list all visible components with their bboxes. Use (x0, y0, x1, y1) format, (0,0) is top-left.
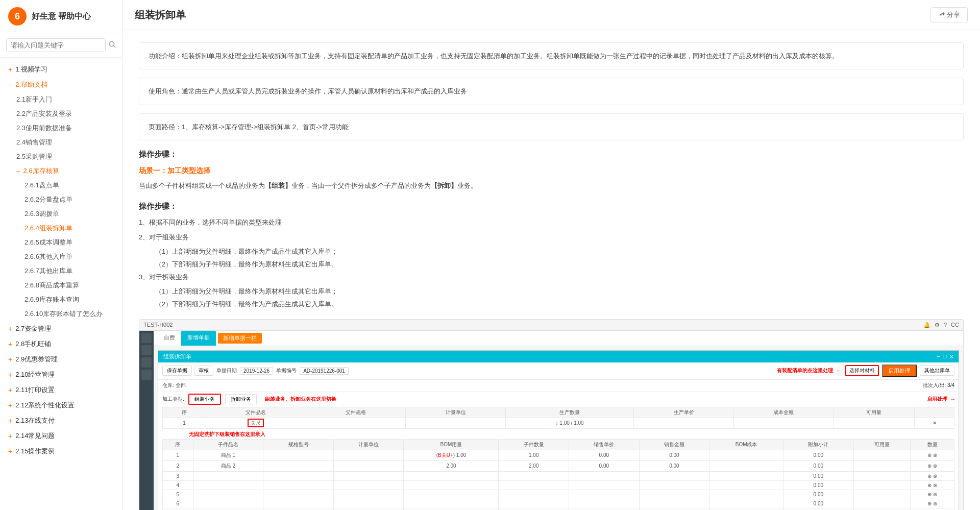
sidebar-item-label: 2.10经营管理 (15, 370, 55, 379)
sidebar-item-other-in[interactable]: 2.6.6其他入库单 (20, 250, 122, 264)
sc-other-btn[interactable]: 其他出库单 (920, 366, 954, 376)
sidebar-item-install[interactable]: 2.2产品安装及登录 (12, 107, 122, 121)
sidebar-item-sales[interactable]: 2.4销售管理 (12, 135, 122, 150)
expand-icon: + (8, 340, 12, 348)
cth-bom-qty: BOM用量 (404, 439, 499, 450)
sc-tab-home[interactable]: 自费 (158, 331, 181, 346)
table-row: 2 商品 2 2.00 2.00 0.00 (163, 460, 954, 471)
td-row-action[interactable]: ✕ (915, 418, 954, 428)
search-button[interactable] (109, 41, 116, 50)
sidebar-item-payment[interactable]: + 2.13在线支付 (0, 413, 122, 428)
sidebar-item-inventory[interactable]: − 2.6库存核算 (12, 164, 122, 178)
table-row: 6 (163, 499, 954, 508)
sc-tab-new[interactable]: 新增单据 (181, 331, 216, 346)
sidebar-item-other-out[interactable]: 2.6.7其他出库单 (20, 264, 122, 278)
sc-select-materials-label: 选择对材料 (849, 368, 875, 373)
sidebar-item-purchase[interactable]: 2.5采购管理 (12, 150, 122, 164)
arrow-bom: ← (836, 367, 842, 374)
sc-close[interactable]: × (949, 353, 953, 360)
sidebar-item-inventory-ledger[interactable]: 2.6.9库存账本查询 (20, 293, 122, 307)
sidebar-item-ops[interactable]: + 2.10经营管理 (0, 367, 122, 382)
sidebar-item-ledger-error[interactable]: 2.6.10库存账本错了怎么办 (20, 307, 122, 321)
search-area (0, 33, 122, 58)
sc-sub-info: 仓库: 全部 批次入/出: 3/4 (158, 380, 959, 392)
sc-type-disassembly[interactable]: 拆卸业务 (225, 394, 257, 404)
sidebar-item-transfer[interactable]: 2.6.3调拨单 (20, 207, 122, 221)
sidebar-item-stocktake[interactable]: 2.6.1盘点单 (20, 178, 122, 192)
search-input[interactable] (6, 38, 106, 52)
sidebar-item-coupon[interactable]: + 2.9优惠券管理 (0, 352, 122, 367)
sc-type-assembly[interactable]: 组装业务 (188, 394, 221, 405)
sc-parent-table-header-row: 序 父件品名 父件规格 计量单位 生产数量 生产单价 成本金额 (163, 407, 954, 418)
sc-minimize[interactable]: − (937, 353, 940, 359)
th-prod-qty: 生产数量 (505, 407, 633, 418)
sc-maximize[interactable]: □ (943, 353, 947, 359)
page-title: 组装拆卸单 (135, 8, 186, 22)
sc-window-area: 组装拆卸单 − □ × (154, 346, 963, 510)
sc-code-value: AD-20191226-001 (300, 367, 349, 375)
sc-type-row: 加工类型: 组装业务 拆卸业务 组装业务、拆卸业务在这里切换 启用处理 ↑ (158, 392, 959, 407)
sc-sub-warehouse: 仓库: 全部 (162, 382, 186, 389)
logo-area: 6 好生意 帮助中心 (0, 0, 122, 33)
sidebar-item-label: 2.15操作案例 (15, 447, 55, 456)
sc-window: 组装拆卸单 − □ × (158, 350, 959, 510)
sidebar-item-mobile[interactable]: + 2.8手机旺铺 (0, 336, 122, 352)
sc-parent-table-area: 序 父件品名 父件规格 计量单位 生产数量 生产单价 成本金额 (158, 407, 959, 431)
sidebar-item-cost-adjust[interactable]: 2.6.5成本调整单 (20, 235, 122, 250)
sc-parent-table-body: 1 关尺 ↓ (163, 418, 954, 428)
sc-sub-qty: 批次入/出: 3/4 (923, 382, 954, 389)
path-block: 页面路径：1、库存核算->库存管理->组装拆卸单 2、首页->常用功能 (139, 113, 964, 140)
sidebar-item-faq[interactable]: + 2.14常见问题 (0, 428, 122, 444)
th-action (915, 407, 954, 418)
sidebar-item-cases[interactable]: + 2.15操作案例 (0, 444, 122, 459)
sidebar-item-beginner[interactable]: 2.1新手入门 (12, 92, 122, 107)
sidebar-item-label: 2.帮助文档 (15, 80, 47, 89)
sidebar-item-video[interactable]: + 1.视频学习 (0, 62, 122, 77)
app-logo: 6 (8, 7, 27, 26)
share-button[interactable]: 分享 (930, 7, 968, 22)
expand-icon: + (8, 355, 12, 363)
expand-icon: + (8, 386, 12, 394)
sidebar-item-finance[interactable]: + 2.7资金管理 (0, 321, 122, 336)
cth-child-qty: 子件数量 (499, 439, 569, 450)
table-row: 1 关尺 ↓ (163, 418, 954, 428)
annotation-enable: 启用处理 (927, 396, 947, 403)
nav-area: + 1.视频学习 − 2.帮助文档 2.1新手入门 2.2产品安装及登录 2.3… (0, 58, 122, 510)
sc-child-header-row: 序 子件品名 规格型号 计量单位 BOM用量 子件数量 销售单价 (163, 439, 954, 450)
sc-user: CC (951, 322, 959, 328)
th-parent-name: 父件品名 (206, 407, 306, 418)
td-price (634, 418, 734, 428)
cth-spec: 规格型号 (263, 439, 334, 450)
sc-window-titlebar: 组装拆卸单 − □ × (158, 351, 959, 362)
expand-icon: + (8, 417, 12, 425)
cth-bom-cost: BOM成本 (709, 439, 783, 450)
sc-save-btn[interactable]: 保存单据 (162, 366, 192, 376)
sc-action-btns: 保存单据 审核 (162, 366, 213, 376)
sc-add-btn[interactable]: 新增单据一栏 (218, 333, 262, 344)
expand-icon: + (8, 65, 12, 74)
sc-processing-btn[interactable]: 启用处理 (882, 365, 917, 377)
sidebar-item-assembly[interactable]: 2.6.4组装拆卸单 (20, 221, 122, 235)
sc-sidebar-icon-1 (141, 333, 152, 343)
scene-title: 场景一：加工类型选择 (139, 166, 964, 176)
minus-icon: − (16, 167, 20, 175)
path-text: 页面路径：1、库存核算->库存管理->组装拆卸单 2、首页->常用功能 (149, 123, 349, 131)
collapse-icon: − (8, 81, 12, 89)
sc-child-table-head: 序 子件品名 规格型号 计量单位 BOM用量 子件数量 销售单价 (163, 439, 954, 450)
sidebar-item-cost-recalc[interactable]: 2.6.8商品成本重算 (20, 278, 122, 293)
sc-child-table: 序 子件品名 规格型号 计量单位 BOM用量 子件数量 销售单价 (162, 439, 954, 510)
table-row: 7 (163, 508, 954, 510)
td-avail-val (834, 418, 915, 428)
sc-date-label: 单据日期 (216, 367, 237, 374)
sidebar-item-data-prep[interactable]: 2.3使用前数据准备 (12, 121, 122, 135)
role-text: 使用角色：通常由生产人员或库管人员完成拆装业务的操作，库管人员确认原材料的出库和… (149, 87, 467, 95)
ops-title: 操作步骤： (139, 150, 964, 159)
sidebar-item-custom[interactable]: + 2.12系统个性化设置 (0, 398, 122, 413)
sidebar-item-docs[interactable]: − 2.帮助文档 (0, 77, 122, 92)
sc-sidebar-icon-3 (141, 357, 152, 368)
step2-2: （2）下部明细为子件明细，最终作为原材料生成其它出库单。 (155, 258, 964, 271)
sidebar-item-print[interactable]: + 2.11打印设置 (0, 382, 122, 398)
sidebar-item-split-stocktake[interactable]: 2.6.2分量盘点单 (20, 192, 122, 207)
sc-app-id: TEST-H002 (143, 322, 173, 328)
sc-audit-btn[interactable]: 审核 (194, 366, 213, 376)
